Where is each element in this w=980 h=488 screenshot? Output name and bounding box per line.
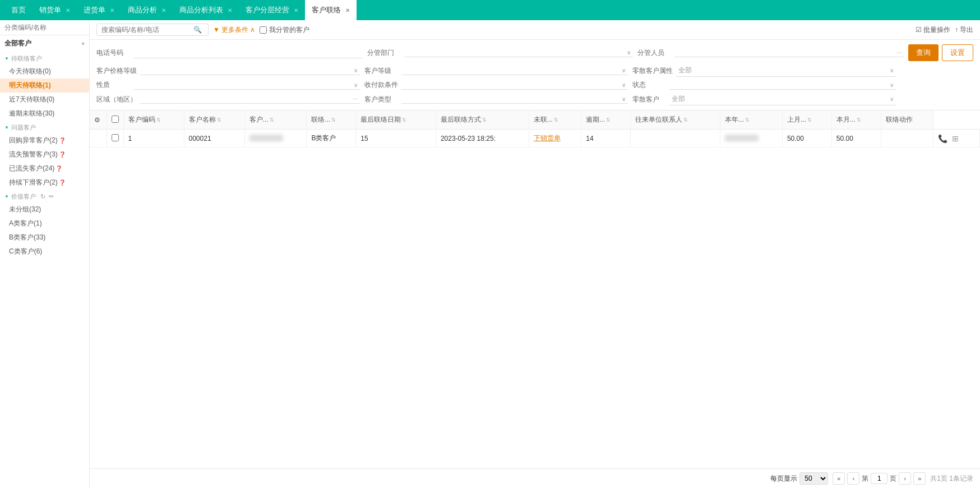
filter-person-select[interactable]: ··· [674,48,904,57]
sidebar-group-value-customer: 价值客户 ↻ ✏ [0,190,89,202]
last-page-button[interactable]: » [913,472,926,485]
nav-close-product-analysis[interactable]: ✕ [161,7,166,13]
sidebar-item-repurchase-anomaly[interactable]: 回购异常客户(2) ❓ [0,133,89,148]
sidebar-item-overdue-contact[interactable]: 逾期未联络(30) [0,107,89,121]
first-page-button[interactable]: « [833,472,845,485]
more-filter-button[interactable]: ▼ 更多条件 ∧ [213,25,255,35]
col-settings[interactable]: ⚙ [90,111,107,130]
filter-customer-level-select[interactable]: ∨ [401,66,628,75]
sidebar-item-ungrouped[interactable]: 未分组(32) [0,202,89,217]
row-last-month: 50.00 [831,130,881,148]
total-records: 共1页 1条记录 [930,474,973,484]
row-checkbox[interactable] [107,130,123,148]
my-customer-checkbox-label[interactable]: 我分管的客户 [260,25,309,35]
sidebar-group-problem-customer: 问题客户 [0,121,89,133]
sort-icon-not-contacted[interactable]: ⇅ [554,117,558,123]
filter-region: 区域（地区） ··· [96,95,360,104]
col-checkbox-header[interactable] [107,111,123,130]
filter-region-select[interactable]: ··· [140,95,360,104]
value-customer-refresh-icon[interactable]: ↻ [40,193,45,200]
nav-home[interactable]: 首页 [4,0,33,20]
row-overdue [631,130,720,148]
value-customer-edit-icon[interactable]: ✏ [49,193,54,200]
filter-retail-attr-select[interactable]: 全部∨ [676,65,896,77]
col-this-year: 本年...⇅ [720,111,783,130]
sidebar-search-input[interactable] [4,24,89,31]
search-icon[interactable]: 🔍 [193,26,202,34]
page-number-input[interactable] [871,473,887,484]
sidebar-item-declining[interactable]: 持续下滑客户(2) ❓ [0,176,89,190]
sort-icon-overdue[interactable]: ⇅ [606,117,611,123]
sort-icon-code[interactable]: ⇅ [156,117,161,123]
filter-nature-select[interactable]: ∨ [133,81,360,90]
batch-operation-button[interactable]: ☑ 批量操作 [916,25,950,35]
nav-close-customer-contact[interactable]: ✕ [345,7,350,13]
sort-icon-this-month[interactable]: ⇅ [857,117,861,123]
sidebar-item-churned[interactable]: 已流失客户(24) ❓ [0,162,89,176]
sort-icon-type[interactable]: ⇅ [270,117,274,123]
row-customer-type: B类客户 [307,130,356,148]
select-all-checkbox[interactable] [112,116,119,123]
row-action-phone-icon[interactable]: 📞 [938,134,947,143]
row-last-contact-method[interactable]: 下销货单 [529,130,581,148]
nav-close-customer-layering[interactable]: ✕ [294,7,298,13]
sort-icon-method[interactable]: ⇅ [482,117,487,123]
nav-close-sales-order[interactable]: ✕ [66,7,70,13]
nav-product-analysis[interactable]: 商品分析 ✕ [121,0,173,20]
sidebar-item-class-a[interactable]: A类客户(1) [0,217,89,231]
filter-customer-type-select[interactable]: ∨ [401,95,628,104]
sidebar-all-customers[interactable]: 全部客户 « [0,35,89,52]
filter-phone-input[interactable] [133,48,363,58]
filter-department-select[interactable]: ∨ [404,48,634,57]
row-customer-name [244,130,307,148]
nav-purchase-order[interactable]: 进货单 ✕ [77,0,121,20]
row-index: 1 [123,130,184,148]
filter-customer-type: 客户类型 ∨ [364,95,628,104]
row-last-contact-date: 2023-05-23 18:25: [436,130,529,148]
col-customer-type: 客户...⇅ [244,111,307,130]
col-this-month: 本月...⇅ [831,111,881,130]
sidebar-item-7days-contact[interactable]: 近7天待联络(0) [0,93,89,107]
page-size-select: 每页显示 50 10 20 100 [770,472,828,485]
row-contact-count: 15 [356,130,436,148]
filter-price-level-select[interactable]: ∨ [140,66,360,75]
filter-row-1: 电话号码 分管部门 ∨ 分管人员 ··· 查询 设置 [96,44,973,61]
page-size-dropdown[interactable]: 50 10 20 100 [799,472,828,485]
nav-close-product-analysis-list[interactable]: ✕ [228,7,232,13]
sidebar-item-class-c[interactable]: C类客户(6) [0,245,89,259]
filter-customer-level: 客户等级 ∨ [364,66,628,76]
query-button[interactable]: 查询 [908,44,939,61]
filter-retail-customer-select[interactable]: 全部∨ [669,93,896,105]
search-input[interactable] [101,26,191,34]
sidebar-item-churn-warning[interactable]: 流失预警客户(3) ❓ [0,148,89,162]
set-button[interactable]: 设置 [942,44,973,61]
sort-icon-contact[interactable]: ⇅ [331,117,336,123]
filter-payment-terms-select[interactable]: ∨ [401,81,628,90]
sort-icon-date[interactable]: ⇅ [402,117,406,123]
sidebar: 🔍 全部客户 « 待联络客户 今天待联络(0) 明天待联络(1) 近7天待联络(… [0,20,90,488]
export-button[interactable]: ↑ 导出 [955,25,973,35]
filter-price-level: 客户价格等级 ∨ [96,66,360,76]
nav-customer-layering[interactable]: 客户分层经营 ✕ [239,0,305,20]
sidebar-item-tomorrow-contact[interactable]: 明天待联络(1) [0,79,89,93]
sort-icon-person[interactable]: ⇅ [683,117,688,123]
nav-customer-contact[interactable]: 客户联络 ✕ [305,0,357,20]
prev-page-button[interactable]: ‹ [847,472,859,485]
nav-sales-order[interactable]: 销货单 ✕ [33,0,77,20]
sort-icon-year[interactable]: ⇅ [745,117,750,123]
row-action-grid-icon[interactable]: ⊞ [952,134,959,143]
nav-close-purchase-order[interactable]: ✕ [110,7,114,13]
table-area: ⚙ 客户编码⇅ 客户名称⇅ 客户...⇅ 联络...⇅ 最后联络日期⇅ 最后联络… [90,111,980,468]
filter-status-select[interactable]: ∨ [669,81,896,90]
row-select-checkbox[interactable] [112,134,119,141]
next-page-button[interactable]: › [899,472,911,485]
sort-icon-name[interactable]: ⇅ [217,117,221,123]
my-customer-checkbox[interactable] [260,26,267,34]
sort-icon-last-month[interactable]: ⇅ [807,117,812,123]
help-icon-churn-warning: ❓ [59,151,66,158]
help-icon-repurchase: ❓ [59,137,66,144]
sidebar-item-today-contact[interactable]: 今天待联络(0) [0,65,89,79]
sidebar-item-class-b[interactable]: B类客户(33) [0,231,89,245]
nav-product-analysis-list[interactable]: 商品分析列表 ✕ [173,0,239,20]
table-row: 1 000021 B类客户 15 2023-05-23 18:25: 下销货单 … [90,130,980,148]
